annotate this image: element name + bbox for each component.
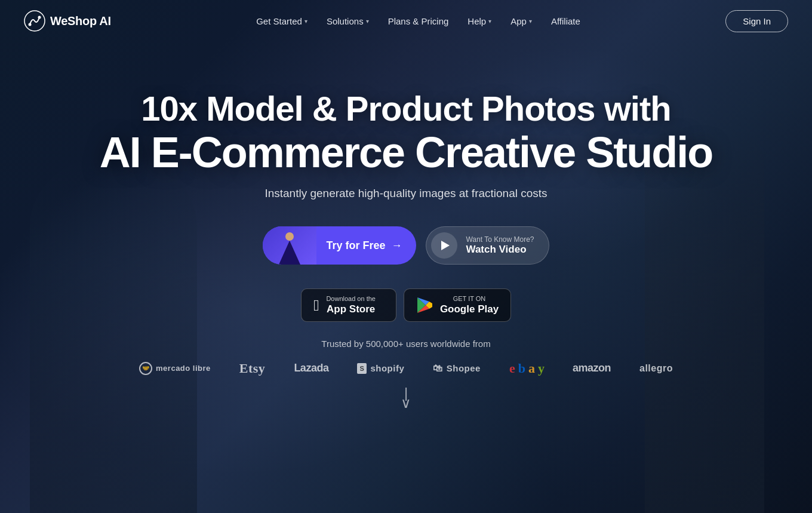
allegro-logo: allegro bbox=[639, 363, 673, 374]
mercado-circle-icon: 🤝 bbox=[139, 362, 152, 375]
trusted-text: Trusted by 500,000+ users worldwide from bbox=[0, 339, 812, 349]
chevron-down-icon: ▾ bbox=[488, 18, 491, 24]
model-figure bbox=[276, 230, 303, 265]
nav-link-get-started[interactable]: Get Started ▾ bbox=[248, 11, 316, 31]
try-free-button[interactable]: Try for Free → bbox=[263, 226, 416, 265]
svg-point-2 bbox=[38, 16, 41, 19]
figure-head bbox=[285, 232, 294, 241]
brand-logos: 🤝 mercado libre Etsy Lazada S shopify 🛍 … bbox=[0, 361, 812, 376]
apple-icon:  bbox=[313, 296, 319, 315]
nav-item-affiliate[interactable]: Affiliate bbox=[543, 11, 589, 31]
arrow-right-icon: → bbox=[391, 239, 402, 252]
navbar: WeShop AI Get Started ▾ Solutions ▾ Plan… bbox=[0, 0, 812, 42]
watch-video-text: Want To Know More? Watch Video bbox=[466, 235, 534, 256]
watch-video-button[interactable]: Want To Know More? Watch Video bbox=[426, 226, 549, 265]
chevron-down-icon: ▾ bbox=[366, 18, 369, 24]
cta-row: Try for Free → Want To Know More? Watch … bbox=[0, 226, 812, 265]
hero-subtitle: Instantly generate high-quality images a… bbox=[0, 187, 812, 200]
nav-link-affiliate[interactable]: Affiliate bbox=[543, 11, 589, 31]
nav-item-help[interactable]: Help ▾ bbox=[459, 11, 500, 31]
hero-content: 10x Model & Product Photos with AI E-Com… bbox=[0, 42, 812, 408]
lazada-logo: Lazada bbox=[294, 362, 328, 374]
shopee-logo: 🛍 Shopee bbox=[433, 363, 481, 374]
nav-item-pricing[interactable]: Plans & Pricing bbox=[380, 11, 457, 31]
nav-item-app[interactable]: App ▾ bbox=[502, 11, 540, 31]
app-store-apple-button[interactable]:  Download on the App Store bbox=[301, 288, 396, 322]
scroll-down-icon: | ∨ bbox=[401, 388, 411, 408]
ebay-logo: ebay bbox=[509, 361, 544, 376]
nav-item-get-started[interactable]: Get Started ▾ bbox=[248, 11, 316, 31]
shopify-logo: S shopify bbox=[357, 363, 404, 374]
apple-store-text: Download on the App Store bbox=[326, 295, 376, 315]
figure-dress bbox=[279, 241, 300, 265]
play-icon bbox=[431, 232, 457, 259]
hero-title-line2: AI E-Commerce Creative Studio bbox=[0, 130, 812, 176]
logo-icon bbox=[24, 10, 45, 32]
logo[interactable]: WeShop AI bbox=[24, 10, 111, 32]
svg-point-1 bbox=[29, 23, 32, 26]
app-store-google-button[interactable]: GET IT ON Google Play bbox=[404, 288, 511, 322]
chevron-down-icon: ▾ bbox=[529, 18, 532, 24]
etsy-logo: Etsy bbox=[239, 361, 266, 376]
hero-section: WeShop AI Get Started ▾ Solutions ▾ Plan… bbox=[0, 0, 812, 513]
nav-link-pricing[interactable]: Plans & Pricing bbox=[380, 11, 457, 31]
scroll-arrow[interactable]: | ∨ bbox=[0, 388, 812, 408]
amazon-logo: amazon bbox=[573, 362, 611, 374]
signin-button[interactable]: Sign In bbox=[725, 10, 788, 32]
play-triangle bbox=[441, 241, 450, 250]
try-free-image-area bbox=[263, 226, 316, 265]
hero-title-line1: 10x Model & Product Photos with bbox=[0, 90, 812, 128]
google-play-icon bbox=[416, 297, 433, 314]
logo-text: WeShop AI bbox=[50, 14, 111, 28]
mercado-libre-logo: 🤝 mercado libre bbox=[139, 362, 211, 375]
google-store-text: GET IT ON Google Play bbox=[440, 295, 499, 315]
shopee-icon: 🛍 bbox=[433, 363, 443, 374]
nav-link-help[interactable]: Help ▾ bbox=[459, 11, 500, 31]
nav-link-app[interactable]: App ▾ bbox=[502, 11, 540, 31]
try-free-label: Try for Free → bbox=[316, 239, 416, 252]
nav-item-solutions[interactable]: Solutions ▾ bbox=[318, 11, 377, 31]
app-store-row:  Download on the App Store GET IT ON Go… bbox=[0, 288, 812, 322]
nav-links: Get Started ▾ Solutions ▾ Plans & Pricin… bbox=[248, 11, 589, 31]
nav-link-solutions[interactable]: Solutions ▾ bbox=[318, 11, 377, 31]
trusted-section: Trusted by 500,000+ users worldwide from… bbox=[0, 339, 812, 376]
shopify-s-icon: S bbox=[357, 363, 367, 374]
chevron-down-icon: ▾ bbox=[304, 18, 307, 24]
